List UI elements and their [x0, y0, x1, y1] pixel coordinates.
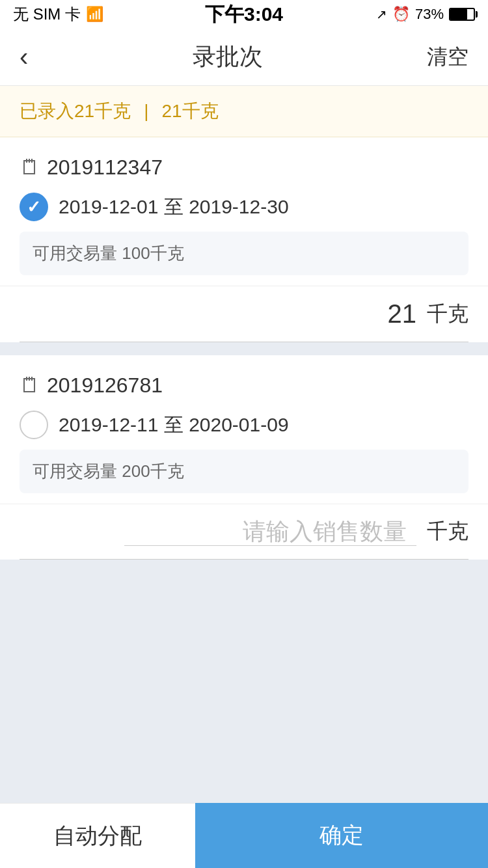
batch-available-1: 可用交易量 100千克: [20, 232, 468, 275]
quantity-row-1: 21 千克: [0, 286, 488, 342]
page-title: 录批次: [193, 41, 263, 73]
quantity-unit-2: 千克: [427, 517, 468, 546]
batch-header-2: 🗒 2019126781: [0, 355, 488, 405]
batch-header-1: 🗒 2019112347: [0, 137, 488, 187]
quantity-input-area: 千克: [124, 517, 468, 546]
status-bar: 无 SIM 卡 📶 下午3:04 ↗ ⏰ 73%: [0, 0, 488, 29]
battery-icon: [449, 8, 475, 21]
batch-icon-2: 🗒: [20, 373, 40, 398]
batch-id-2: 2019126781: [47, 373, 163, 398]
batch-card-2: 🗒 2019126781 2019-12-11 至 2020-01-09 可用交…: [0, 355, 488, 560]
status-left: 无 SIM 卡 📶: [13, 4, 103, 25]
location-icon: ↗: [376, 7, 387, 22]
batch-date-row-1[interactable]: 2019-12-01 至 2019-12-30: [0, 187, 488, 229]
quantity-unit-1: 千克: [427, 300, 468, 329]
recorded-label: 已录入21千克: [20, 99, 131, 124]
bottom-buttons: 自动分配 确定: [0, 803, 488, 868]
clear-button[interactable]: 清空: [427, 43, 468, 72]
batch-date-row-2[interactable]: 2019-12-11 至 2020-01-09: [0, 405, 488, 447]
total-label: 21千克: [161, 99, 218, 124]
battery-percent: 73%: [415, 6, 444, 23]
auto-distribute-button[interactable]: 自动分配: [0, 803, 195, 868]
batch-icon-1: 🗒: [20, 156, 40, 180]
alarm-icon: ⏰: [392, 6, 410, 23]
batch-available-2: 可用交易量 200千克: [20, 450, 468, 493]
batch-date-1: 2019-12-01 至 2019-12-30: [59, 194, 289, 221]
quantity-row-2: 千克: [0, 504, 488, 559]
radio-button-1[interactable]: [20, 193, 48, 221]
quantity-value-1: 21: [388, 299, 417, 329]
quantity-input-2[interactable]: [124, 518, 416, 546]
nav-bar: ‹ 录批次 清空: [0, 29, 488, 86]
section-separator: [0, 342, 488, 355]
status-time: 下午3:04: [205, 1, 283, 28]
no-sim-label: 无 SIM 卡: [13, 4, 81, 25]
back-button[interactable]: ‹: [20, 42, 28, 72]
wifi-icon: 📶: [86, 6, 103, 23]
summary-divider: |: [144, 101, 148, 122]
radio-button-2[interactable]: [20, 411, 48, 439]
batch-date-2: 2019-12-11 至 2020-01-09: [59, 412, 289, 439]
confirm-button[interactable]: 确定: [195, 803, 488, 868]
status-right: ↗ ⏰ 73%: [376, 6, 475, 23]
batch-card-1: 🗒 2019112347 2019-12-01 至 2019-12-30 可用交…: [0, 137, 488, 342]
summary-bar: 已录入21千克 | 21千克: [0, 86, 488, 137]
batch-id-1: 2019112347: [47, 156, 163, 180]
bottom-area: [0, 560, 488, 833]
